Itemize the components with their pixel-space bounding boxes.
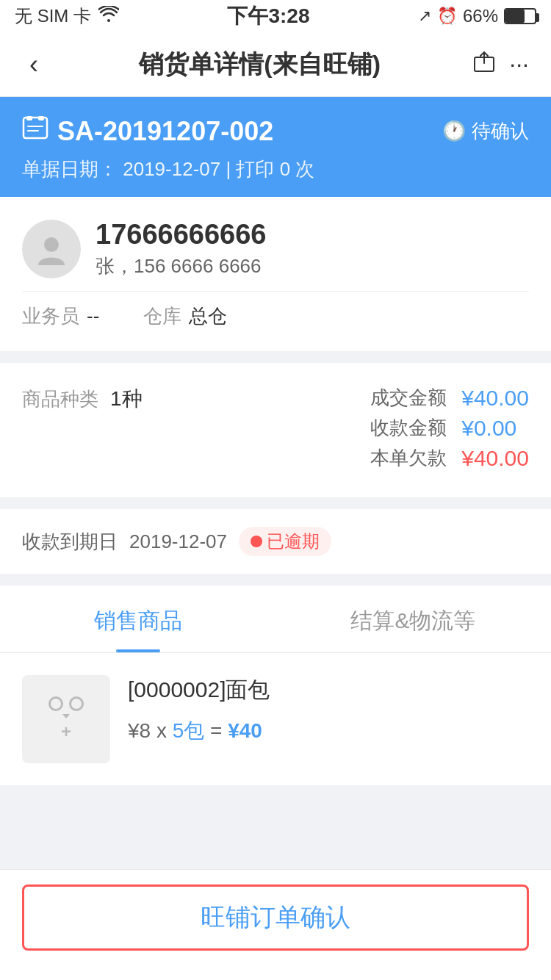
warehouse-item: 仓库 总仓 — [143, 303, 227, 329]
order-date: 单据日期： 2019-12-07 | 打印 0 次 — [22, 156, 529, 182]
warehouse-label: 仓库 — [143, 303, 181, 329]
alarm-icon: ⏰ — [437, 7, 457, 26]
debt-value: ¥40.00 — [461, 446, 529, 471]
customer-phone: 17666666666 — [96, 219, 266, 251]
price-qty: 5包 — [173, 719, 205, 742]
customer-name: 张，156 6666 6666 — [96, 253, 266, 279]
due-date-value: 2019-12-07 — [129, 530, 227, 553]
nav-bar: ‹ 销货单详情(来自旺铺) ··· — [0, 32, 551, 97]
tabs-section: 销售商品 结算&物流等 + [0000002]面包 ¥8 — [0, 586, 551, 785]
owl-logo: + — [48, 696, 84, 742]
confirm-order-button[interactable]: 旺铺订单确认 — [22, 884, 529, 951]
owl-eyes — [48, 696, 84, 711]
product-name: [0000002]面包 — [128, 675, 529, 705]
due-date-section: 收款到期日 2019-12-07 已逾期 — [0, 509, 551, 574]
owl-left-eye — [48, 696, 63, 711]
status-bar: 无 SIM 卡 下午3:28 ↗ ⏰ 66% — [0, 0, 551, 32]
deal-amount-value: ¥40.00 — [461, 386, 529, 411]
due-date-label: 收款到期日 — [22, 529, 118, 555]
product-price: ¥8 x 5包 = ¥40 — [128, 717, 529, 745]
order-type-icon — [22, 115, 48, 148]
more-icon[interactable]: ··· — [509, 51, 529, 78]
order-header: SA-20191207-002 🕐 待确认 单据日期： 2019-12-07 |… — [0, 97, 551, 197]
svg-rect-3 — [38, 116, 44, 120]
tab-settlement[interactable]: 结算&物流等 — [276, 586, 551, 652]
status-right: ↗ ⏰ 66% — [418, 6, 536, 26]
status-left: 无 SIM 卡 — [15, 4, 119, 28]
divider — [22, 291, 529, 292]
kind-label: 商品种类 — [22, 386, 98, 412]
bottom-bar: 旺铺订单确认 — [0, 869, 551, 980]
overdue-dot-icon — [251, 536, 262, 547]
customer-meta: 业务员 -- 仓库 总仓 — [22, 303, 529, 329]
status-time: 下午3:28 — [227, 2, 309, 30]
location-icon: ↗ — [418, 7, 431, 26]
stats-section: 商品种类 1种 成交金额 ¥40.00 收款金额 ¥0.00 本单欠款 ¥40.… — [0, 363, 551, 497]
avatar — [22, 220, 81, 278]
carrier-label: 无 SIM 卡 — [15, 4, 91, 28]
kind-value: 1种 — [110, 385, 143, 413]
debt-row: 本单欠款 ¥40.00 — [370, 445, 529, 471]
svg-point-4 — [44, 237, 59, 252]
wifi-icon — [98, 6, 119, 26]
customer-section: 17666666666 张，156 6666 6666 业务员 -- 仓库 总仓 — [0, 197, 551, 351]
salesman-label: 业务员 — [22, 303, 79, 329]
svg-rect-2 — [26, 116, 32, 120]
back-button[interactable]: ‹ — [22, 42, 46, 87]
multiply-sign: x — [156, 719, 173, 742]
receipt-amount-label: 收款金额 — [370, 415, 447, 441]
page-title: 销货单详情(来自旺铺) — [139, 48, 381, 82]
battery-label: 66% — [463, 6, 498, 26]
salesman-item: 业务员 -- — [22, 303, 99, 329]
overdue-badge: 已逾期 — [239, 527, 331, 556]
salesman-value: -- — [87, 305, 99, 328]
stats-kind: 商品种类 1种 — [22, 385, 143, 413]
share-icon[interactable] — [474, 51, 494, 77]
order-id-row: SA-20191207-002 🕐 待确认 — [22, 115, 529, 148]
equals-sign: = — [210, 719, 228, 742]
customer-row: 17666666666 张，156 6666 6666 — [22, 219, 529, 279]
stats-amounts: 成交金额 ¥40.00 收款金额 ¥0.00 本单欠款 ¥40.00 — [370, 385, 529, 475]
deal-amount-row: 成交金额 ¥40.00 — [370, 385, 529, 411]
product-info: [0000002]面包 ¥8 x 5包 = ¥40 — [128, 675, 529, 745]
overdue-text: 已逾期 — [267, 530, 320, 553]
clock-icon: 🕐 — [442, 120, 466, 143]
product-thumbnail: + — [22, 675, 110, 763]
receipt-amount-row: 收款金额 ¥0.00 — [370, 415, 529, 441]
product-item: + [0000002]面包 ¥8 x 5包 = ¥40 — [22, 675, 529, 763]
order-status: 🕐 待确认 — [442, 118, 529, 144]
owl-right-eye — [69, 696, 84, 711]
debt-label: 本单欠款 — [370, 445, 447, 471]
tabs-row: 销售商品 结算&物流等 — [0, 586, 551, 653]
warehouse-value: 总仓 — [189, 303, 227, 329]
svg-rect-1 — [24, 118, 47, 138]
battery-icon — [504, 8, 536, 24]
owl-beak — [62, 714, 70, 718]
product-list: + [0000002]面包 ¥8 x 5包 = ¥40 — [0, 653, 551, 785]
price-unit: ¥8 — [128, 719, 151, 742]
customer-details: 17666666666 张，156 6666 6666 — [96, 219, 266, 279]
tab-sales-products[interactable]: 销售商品 — [0, 586, 276, 652]
owl-plus-icon: + — [61, 721, 71, 742]
order-id: SA-20191207-002 — [22, 115, 273, 148]
deal-amount-label: 成交金额 — [370, 385, 447, 411]
nav-actions: ··· — [474, 51, 529, 78]
price-total: ¥40 — [228, 719, 262, 742]
receipt-amount-value: ¥0.00 — [461, 416, 516, 441]
